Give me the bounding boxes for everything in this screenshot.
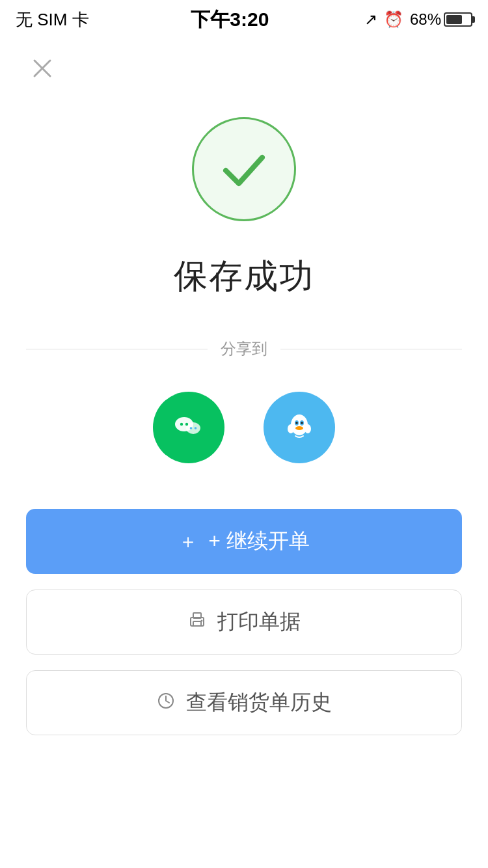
printer-icon — [187, 610, 207, 634]
success-icon-circle — [192, 117, 296, 221]
main-content: 保存成功 分享到 — [0, 52, 488, 735]
battery-icon — [444, 12, 472, 27]
continue-order-label: + 继续开单 — [208, 527, 310, 556]
carrier-label: 无 SIM 卡 — [16, 8, 89, 31]
share-label: 分享到 — [221, 338, 267, 359]
svg-point-5 — [180, 423, 183, 426]
battery-pct-label: 68% — [410, 10, 441, 29]
plus-icon: ＋ — [178, 528, 198, 555]
location-icon: ↗ — [364, 10, 377, 29]
svg-point-16 — [295, 426, 303, 430]
qq-share-button[interactable] — [264, 392, 335, 463]
close-button[interactable] — [26, 52, 59, 85]
share-divider: 分享到 — [26, 338, 462, 359]
status-right: ↗ ⏰ 68% — [364, 10, 472, 29]
wechat-icon — [169, 407, 209, 448]
svg-point-9 — [291, 414, 308, 435]
share-icons-row — [26, 392, 462, 463]
status-left: 无 SIM 卡 — [16, 8, 96, 31]
svg-point-10 — [288, 424, 294, 433]
svg-point-4 — [186, 422, 200, 434]
continue-order-button[interactable]: ＋ + 继续开单 — [26, 509, 462, 574]
action-buttons: ＋ + 继续开单 打印单据 查看销货单历史 — [26, 509, 462, 735]
battery-fill — [446, 15, 462, 24]
qq-icon — [279, 407, 319, 448]
print-receipt-button[interactable]: 打印单据 — [26, 590, 462, 655]
svg-rect-19 — [193, 621, 201, 626]
status-time: 下午3:20 — [191, 7, 269, 33]
print-label: 打印单据 — [217, 608, 301, 636]
wechat-share-button[interactable] — [153, 392, 224, 463]
svg-point-15 — [301, 422, 303, 424]
svg-point-14 — [295, 422, 298, 424]
svg-point-20 — [201, 619, 203, 621]
svg-point-8 — [195, 427, 197, 429]
divider-left — [26, 349, 208, 349]
svg-point-7 — [190, 427, 193, 429]
history-icon — [156, 691, 176, 715]
success-title: 保存成功 — [26, 254, 462, 299]
divider-right — [280, 349, 462, 349]
svg-point-6 — [185, 423, 188, 426]
history-label: 查看销货单历史 — [186, 688, 332, 717]
status-bar: 无 SIM 卡 下午3:20 ↗ ⏰ 68% — [0, 0, 488, 39]
checkmark-icon — [218, 143, 270, 195]
alarm-icon: ⏰ — [384, 10, 403, 29]
view-history-button[interactable]: 查看销货单历史 — [26, 670, 462, 735]
svg-point-11 — [305, 424, 311, 433]
battery-indicator: 68% — [410, 10, 472, 29]
